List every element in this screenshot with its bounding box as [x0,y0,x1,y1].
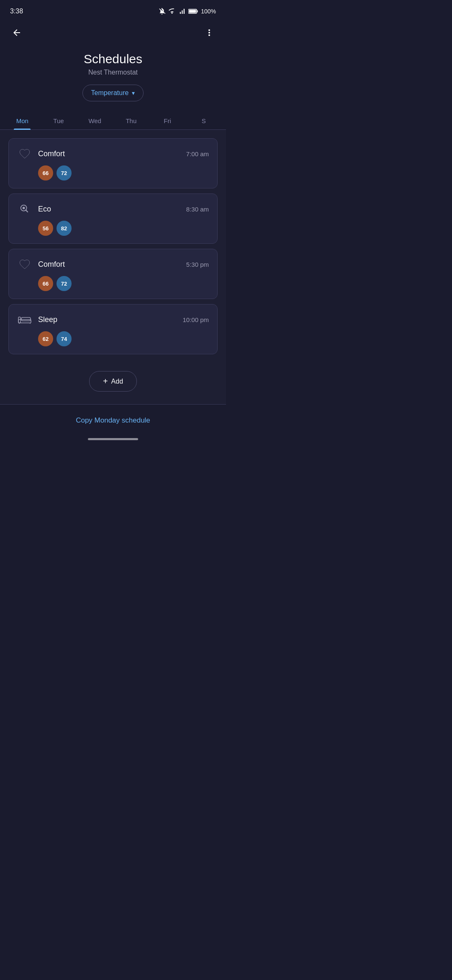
plus-icon: + [103,377,108,386]
signal-icon [178,8,186,15]
schedule-item-sleep[interactable]: Sleep 10:00 pm 62 74 [8,304,218,354]
schedule-list: Comfort 7:00 am 66 72 [0,130,226,363]
status-bar: 3:38 100% [0,0,226,21]
schedule-name: Comfort [38,260,65,269]
svg-rect-7 [21,317,31,321]
status-time: 3:38 [10,8,23,15]
schedule-item-top: Comfort 7:00 am [17,146,209,161]
add-section: + Add [0,363,226,404]
schedule-temps: 62 74 [38,331,209,346]
svg-rect-2 [197,10,198,13]
schedule-item-top: Sleep 10:00 pm [17,312,209,327]
temp-badge-high: 72 [56,276,72,291]
mute-icon [158,8,166,15]
schedule-item-top: Comfort 5:30 pm [17,257,209,272]
device-name: Nest Thermostat [8,69,218,76]
home-indicator [0,433,226,444]
temp-badge-low: 56 [38,221,53,236]
wifi-icon [168,8,176,15]
schedule-temps: 66 72 [38,276,209,291]
schedule-time: 5:30 pm [186,261,209,268]
back-button[interactable] [8,24,25,41]
svg-rect-1 [189,10,196,13]
tab-thu[interactable]: Thu [113,111,149,129]
svg-point-4 [23,207,25,209]
tab-fri[interactable]: Fri [149,111,186,129]
battery-icon [188,8,198,15]
schedule-name: Comfort [38,150,65,158]
schedule-item-comfort-evening[interactable]: Comfort 5:30 pm 66 72 [8,249,218,299]
add-button-label: Add [111,378,123,385]
tab-tue[interactable]: Tue [41,111,77,129]
schedule-item-left: Comfort [17,257,65,272]
add-schedule-button[interactable]: + Add [89,371,137,392]
tab-sat[interactable]: S [185,111,222,129]
schedule-item-left: Sleep [17,312,57,327]
top-nav [0,21,226,48]
chevron-down-icon: ▾ [132,90,135,96]
day-tabs: Mon Tue Wed Thu Fri S [0,111,226,130]
copy-section: Copy Monday schedule [0,405,226,433]
eco-icon [17,201,32,217]
home-bar [88,438,138,440]
page-header: Schedules Nest Thermostat Temperature ▾ [0,48,226,111]
schedule-name: Eco [38,205,51,214]
temp-badge-high: 82 [56,221,72,236]
temp-badge-low: 66 [38,276,53,291]
schedule-item-top: Eco 8:30 am [17,201,209,217]
battery-percent: 100% [201,8,216,15]
temp-badge-low: 62 [38,331,53,346]
more-options-button[interactable] [201,24,218,41]
schedule-time: 8:30 am [186,206,209,213]
temp-badge-high: 74 [56,331,72,346]
comfort-icon [17,146,32,161]
schedule-name: Sleep [38,315,57,324]
schedule-item-left: Eco [17,201,51,217]
copy-schedule-link[interactable]: Copy Monday schedule [76,416,150,425]
status-icons: 100% [158,8,216,15]
comfort-icon [17,257,32,272]
tab-mon[interactable]: Mon [4,111,41,129]
schedule-time: 10:00 pm [182,316,209,323]
svg-rect-6 [18,317,21,323]
page-title: Schedules [8,52,218,66]
schedule-item-comfort-morning[interactable]: Comfort 7:00 am 66 72 [8,138,218,188]
schedule-temps: 56 82 [38,221,209,236]
dropdown-label: Temperature [91,89,129,97]
schedule-item-left: Comfort [17,146,65,161]
schedule-time: 7:00 am [186,150,209,157]
temp-badge-low: 66 [38,165,53,181]
temperature-dropdown[interactable]: Temperature ▾ [82,85,144,101]
sleep-icon [17,312,32,327]
temp-badge-high: 72 [56,165,72,181]
schedule-item-eco[interactable]: Eco 8:30 am 56 82 [8,193,218,244]
tab-wed[interactable]: Wed [77,111,113,129]
schedule-temps: 66 72 [38,165,209,181]
